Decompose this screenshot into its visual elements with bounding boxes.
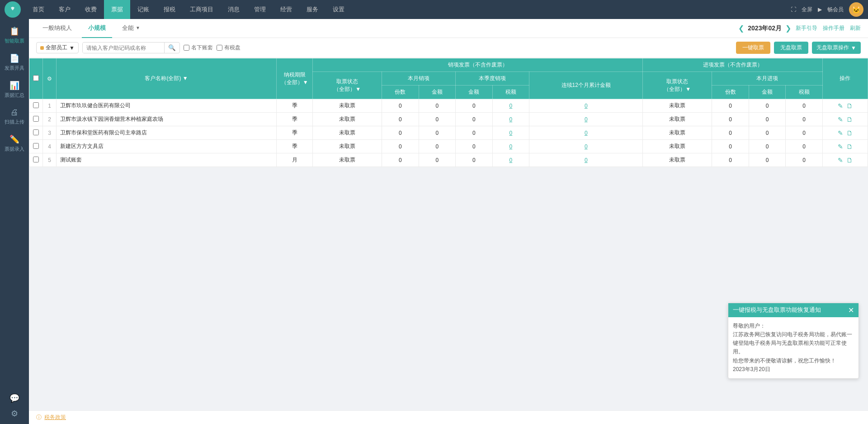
date-prev-button[interactable]: ❮: [738, 24, 744, 33]
row-sale-quarter-amount: 0: [456, 140, 493, 153]
row-edit-icon[interactable]: ✎: [838, 102, 843, 110]
row-checkbox[interactable]: [29, 126, 43, 140]
action-links: 新手引导 操作手册 刷新: [796, 24, 861, 32]
row-purchase-month-amount: 0: [749, 153, 786, 167]
refresh-link[interactable]: 刷新: [850, 24, 861, 32]
row-detail-icon[interactable]: 🗋: [846, 157, 853, 164]
no-disk-fetch-button[interactable]: 无盘取票: [774, 42, 808, 54]
employee-selector[interactable]: 全部员工 ▼: [36, 42, 79, 53]
row-num: 2: [43, 113, 57, 126]
sidebar-item-invoice-entry[interactable]: ✏️ 票据录入: [0, 131, 29, 156]
nav-message[interactable]: 消息: [221, 0, 247, 19]
row-edit-icon[interactable]: ✎: [838, 116, 843, 123]
manual-link[interactable]: 操作手册: [823, 24, 844, 32]
nav-billing[interactable]: 收费: [78, 0, 104, 19]
employee-label: 全部员工: [46, 44, 67, 52]
nav-invoice[interactable]: 票据: [104, 0, 130, 19]
sidebar-item-invoice-summary[interactable]: 📊 票据汇总: [0, 77, 29, 102]
sidebar-item-smart-invoice[interactable]: 📋 智能取票: [0, 23, 29, 48]
sidebar-bottom-icon2[interactable]: ⚙: [11, 409, 18, 419]
th-group-sale: 销项发票（不含作废票）: [313, 58, 643, 72]
user-avatar[interactable]: 🐱: [849, 2, 863, 17]
row-detail-icon[interactable]: 🗋: [846, 102, 853, 110]
nav-menu: 首页 客户 收费 票据 记账 报税 工商项目 消息 管理 经营 服务 设置: [25, 0, 352, 19]
row-detail-icon[interactable]: 🗋: [846, 129, 853, 137]
row-sale-month-amount: 0: [419, 99, 456, 113]
row-period: 季: [277, 113, 313, 126]
row-sale-quarter-amount: 0: [456, 113, 493, 126]
th-sale-month-amount: 金额: [419, 86, 456, 99]
sidebar-bottom-icon1[interactable]: 💬: [9, 393, 19, 403]
th-settings: ⚙: [43, 58, 57, 99]
select-all-checkbox[interactable]: [33, 75, 39, 81]
row-sale-quarter-tax: 0: [492, 126, 529, 140]
notification-close-button[interactable]: ✕: [848, 306, 854, 314]
tab-all-dropdown-icon: ▼: [136, 25, 140, 30]
tab-small-scale[interactable]: 小规模: [82, 19, 112, 38]
row-sale-quarter-tax: 0: [492, 113, 529, 126]
search-button[interactable]: 🔍: [164, 43, 179, 53]
th-sale-quarter-tax: 税额: [492, 86, 529, 99]
row-edit-icon[interactable]: ✎: [838, 157, 843, 164]
tax-disk-label: 有税盘: [224, 44, 241, 52]
smart-invoice-icon: 📋: [9, 26, 19, 36]
row-sale-12month: 0: [529, 140, 643, 153]
row-edit-icon[interactable]: ✎: [838, 143, 843, 150]
sidebar-item-invoice-entry-label: 票据录入: [5, 146, 24, 152]
customer-search-input[interactable]: [83, 43, 164, 53]
tab-all[interactable]: 全能 ▼: [116, 19, 146, 38]
date-navigation: ❮ 2023年02月 ❯: [738, 24, 791, 33]
nav-home[interactable]: 首页: [25, 0, 52, 19]
nav-operation[interactable]: 经营: [273, 0, 299, 19]
row-purchase-month-tax: 0: [786, 99, 823, 113]
issue-invoice-icon: 📄: [9, 53, 19, 63]
fullscreen-label[interactable]: 全屏: [802, 6, 812, 14]
table-row: 2 卫辉市汲水镇下园涧香烟营木种植家庭农场 季 未取票 0 0 0 0 0 未取…: [29, 113, 868, 126]
nav-service[interactable]: 服务: [299, 0, 326, 19]
row-detail-icon[interactable]: 🗋: [846, 116, 853, 123]
nav-business[interactable]: 工商项目: [183, 0, 221, 19]
nav-tax[interactable]: 报税: [156, 0, 183, 19]
th-purchase-month-amount: 金额: [749, 86, 786, 99]
invoice-table-body: 1 卫辉市玖玖健合医药有限公司 季 未取票 0 0 0 0 0 未取票 0 0 …: [29, 99, 868, 167]
tab-general-taxpayer[interactable]: 一般纳税人: [36, 19, 78, 38]
table-toolbar: 全部员工 ▼ 🔍 名下账套 有税盘 一键取票 无盘取票 无盘取票操作 ▼: [29, 38, 868, 58]
no-disk-ops-dropdown[interactable]: 无盘取票操作 ▼: [812, 42, 861, 54]
nav-customer[interactable]: 客户: [52, 0, 78, 19]
row-sale-month-count: 0: [382, 140, 419, 153]
nav-manage[interactable]: 管理: [247, 0, 273, 19]
row-checkbox[interactable]: [29, 140, 43, 153]
nav-bookkeeping[interactable]: 记账: [130, 0, 156, 19]
tax-policy-link[interactable]: 税务政策: [44, 414, 66, 421]
row-purchase-month-count: 0: [712, 153, 749, 167]
nav-settings[interactable]: 设置: [326, 0, 352, 19]
date-next-button[interactable]: ❯: [785, 24, 791, 33]
row-detail-icon[interactable]: 🗋: [846, 143, 853, 150]
th-checkbox: [29, 58, 43, 99]
row-edit-icon[interactable]: ✎: [838, 129, 843, 137]
sidebar-item-issue-invoice[interactable]: 📄 发票开具: [0, 50, 29, 75]
member-label[interactable]: 畅会员: [827, 6, 844, 14]
tax-disk-checkbox-label[interactable]: 有税盘: [217, 44, 241, 52]
row-purchase-month-tax: 0: [786, 140, 823, 153]
row-num: 4: [43, 140, 57, 153]
row-sale-12month: 0: [529, 153, 643, 167]
new-guide-link[interactable]: 新手引导: [796, 24, 817, 32]
one-key-fetch-button[interactable]: 一键取票: [736, 42, 770, 54]
tax-disk-checkbox[interactable]: [217, 45, 222, 51]
row-sale-status: 未取票: [313, 126, 382, 140]
my-account-checkbox[interactable]: [184, 45, 189, 51]
member-icon[interactable]: ▶: [818, 6, 822, 13]
fullscreen-icon[interactable]: ⛶: [791, 6, 796, 13]
sidebar-item-smart-invoice-label: 智能取票: [5, 38, 24, 44]
row-checkbox[interactable]: [29, 153, 43, 167]
row-purchase-month-tax: 0: [786, 153, 823, 167]
row-num: 1: [43, 99, 57, 113]
row-sale-status: 未取票: [313, 153, 382, 167]
table-row: 3 卫辉市保和堂医药有限公司主幸路店 季 未取票 0 0 0 0 0 未取票 0…: [29, 126, 868, 140]
sidebar-item-scan-upload[interactable]: 🖨 扫描上传: [0, 104, 29, 129]
my-account-checkbox-label[interactable]: 名下账套: [184, 44, 213, 52]
row-num: 5: [43, 153, 57, 167]
row-checkbox[interactable]: [29, 99, 43, 113]
row-checkbox[interactable]: [29, 113, 43, 126]
